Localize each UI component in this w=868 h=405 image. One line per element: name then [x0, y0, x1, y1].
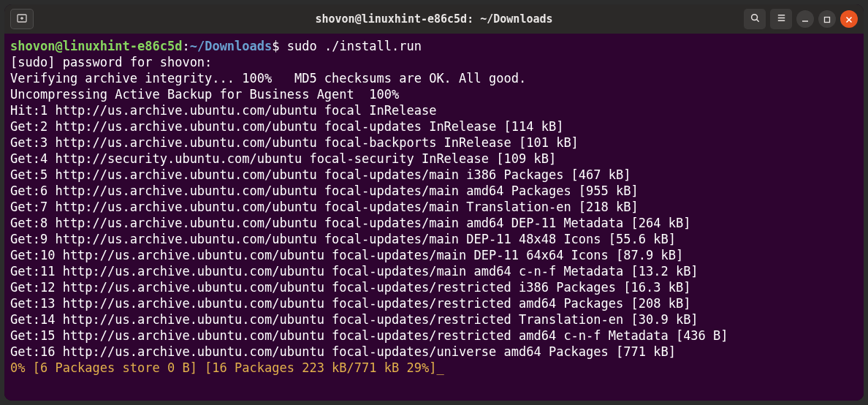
svg-line-4: [756, 19, 758, 21]
output-line: Uncompressing Active Backup for Business…: [10, 87, 399, 102]
output-line: Get:5 http://us.archive.ubuntu.com/ubunt…: [10, 167, 631, 182]
terminal-output[interactable]: shovon@linuxhint-e86c5d:~/Downloads$ sud…: [4, 34, 864, 401]
output-line: Get:3 http://us.archive.ubuntu.com/ubunt…: [10, 135, 579, 150]
command-text: sudo ./install.run: [287, 39, 422, 53]
prompt-user: shovon: [10, 39, 55, 53]
output-line: Get:11 http://us.archive.ubuntu.com/ubun…: [10, 264, 698, 279]
output-line: Get:10 http://us.archive.ubuntu.com/ubun…: [10, 248, 683, 262]
output-line: Get:4 http://security.ubuntu.com/ubuntu …: [10, 151, 556, 166]
titlebar: shovon@linuxhint-e86c5d: ~/Downloads: [4, 4, 864, 34]
prompt-dollar: $: [272, 39, 286, 53]
new-tab-icon: [16, 12, 28, 26]
maximize-button[interactable]: [818, 10, 836, 28]
output-line: Get:9 http://us.archive.ubuntu.com/ubunt…: [10, 232, 676, 246]
output-line: Get:2 http://us.archive.ubuntu.com/ubunt…: [10, 119, 563, 134]
svg-rect-9: [825, 17, 830, 22]
output-line: Hit:1 http://us.archive.ubuntu.com/ubunt…: [10, 103, 436, 118]
output-line: Get:8 http://us.archive.ubuntu.com/ubunt…: [10, 216, 690, 230]
output-line: Get:7 http://us.archive.ubuntu.com/ubunt…: [10, 200, 639, 214]
output-line: Get:12 http://us.archive.ubuntu.com/ubun…: [10, 280, 690, 295]
prompt-at: @: [55, 39, 62, 53]
output-line: Get:6 http://us.archive.ubuntu.com/ubunt…: [10, 183, 639, 198]
search-icon: [750, 12, 761, 26]
window-title: shovon@linuxhint-e86c5d: ~/Downloads: [315, 12, 552, 26]
titlebar-right: [744, 9, 858, 29]
close-icon: [845, 12, 853, 26]
output-line: Get:15 http://us.archive.ubuntu.com/ubun…: [10, 328, 728, 343]
search-button[interactable]: [744, 9, 766, 29]
prompt-path: ~/Downloads: [190, 39, 273, 53]
prompt-colon: :: [182, 39, 189, 53]
prompt-host: linuxhint-e86c5d: [63, 39, 183, 53]
output-line: Verifying archive integrity... 100% MD5 …: [10, 71, 526, 86]
output-line: Get:14 http://us.archive.ubuntu.com/ubun…: [10, 312, 698, 327]
minimize-button[interactable]: [796, 10, 814, 28]
terminal-window: shovon@linuxhint-e86c5d: ~/Downloads: [4, 4, 864, 401]
titlebar-left: [10, 9, 34, 29]
maximize-icon: [823, 12, 831, 26]
progress-line: 0% [6 Packages store 0 B] [16 Packages 2…: [10, 360, 436, 375]
output-line: Get:13 http://us.archive.ubuntu.com/ubun…: [10, 296, 690, 311]
svg-point-3: [751, 14, 757, 20]
output-line: Get:16 http://us.archive.ubuntu.com/ubun…: [10, 344, 676, 359]
cursor: _: [436, 360, 443, 375]
hamburger-icon: [776, 12, 787, 26]
menu-button[interactable]: [770, 9, 792, 29]
new-tab-button[interactable]: [10, 9, 34, 29]
minimize-icon: [802, 12, 809, 26]
output-line: [sudo] password for shovon:: [10, 55, 212, 69]
close-button[interactable]: [840, 10, 858, 28]
